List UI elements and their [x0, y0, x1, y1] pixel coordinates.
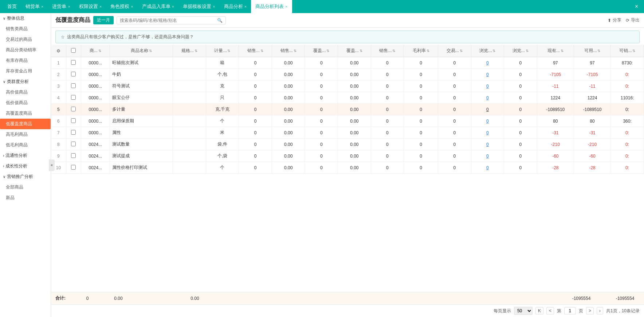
row-browse-a[interactable]: 0	[471, 104, 504, 115]
page-number-input[interactable]	[564, 307, 576, 314]
row-browse-a[interactable]: 0	[471, 69, 504, 80]
nav-close-icon[interactable]: ×	[99, 4, 102, 9]
export-button[interactable]: ⟳ 导出	[626, 17, 640, 23]
row-checkbox[interactable]	[66, 115, 81, 127]
row-gross-rate: 0	[404, 57, 438, 69]
nav-product-analysis-list[interactable]: 商品分析列表 ×	[251, 0, 292, 13]
nav-purchase-order[interactable]: 进货单 ×	[48, 0, 74, 13]
nav-close-icon[interactable]: ×	[131, 4, 133, 9]
row-checkbox[interactable]	[66, 80, 81, 92]
row-browse-a[interactable]: 0	[471, 80, 504, 92]
row-browse-a[interactable]: 0	[471, 127, 504, 139]
row-num: 1	[51, 57, 66, 69]
nav-template-settings[interactable]: 单据模板设置 ×	[178, 0, 219, 13]
nav-sales-order[interactable]: 销货单 ×	[21, 0, 48, 13]
row-checkbox[interactable]	[66, 69, 81, 80]
sidebar-item-all-goods[interactable]: 全部商品	[0, 182, 51, 193]
sidebar-item-in-stock[interactable]: 有库存商品	[0, 55, 51, 66]
sidebar-collapse-toggle[interactable]: «	[49, 159, 55, 171]
sidebar-section-overall[interactable]: ∨ 整体信息	[0, 13, 51, 24]
row-browse-b: 0	[504, 80, 537, 92]
nav-close-icon[interactable]: ×	[68, 4, 70, 9]
row-select-checkbox[interactable]	[71, 118, 76, 123]
nav-home[interactable]: 首页	[3, 0, 21, 13]
row-browse-a[interactable]: 0	[471, 150, 504, 162]
sidebar-item-low-coverage[interactable]: 低覆盖度商品	[0, 119, 51, 129]
row-checkbox[interactable]	[66, 127, 81, 139]
nav-close-icon[interactable]: ×	[172, 4, 174, 9]
share-button[interactable]: ⬆ 分享	[608, 17, 621, 23]
row-browse-a[interactable]: 0	[471, 57, 504, 69]
page-size-select[interactable]: 20 50 100	[514, 307, 533, 315]
row-select-checkbox[interactable]	[71, 165, 76, 170]
row-select-checkbox[interactable]	[71, 142, 76, 146]
row-select-checkbox[interactable]	[71, 95, 76, 100]
sidebar-item-sales-goods[interactable]: 销售类商品	[0, 24, 51, 34]
row-available: -1089510	[574, 104, 611, 115]
search-input[interactable]	[120, 18, 217, 23]
row-browse-a[interactable]: 0	[471, 162, 504, 174]
sidebar-section-liquidity[interactable]: › 流通性分析	[0, 150, 51, 161]
row-checkbox[interactable]	[66, 150, 81, 162]
sidebar-section-cluster[interactable]: ∨ 类群度分析	[0, 76, 51, 87]
nav-close-icon[interactable]: ×	[41, 4, 43, 9]
row-checkbox[interactable]	[66, 139, 81, 150]
sidebar-item-low-margin[interactable]: 低毛利商品	[0, 140, 51, 150]
sidebar-item-new-products[interactable]: 新品	[0, 193, 51, 203]
row-num: 3	[51, 80, 66, 92]
last-page-button[interactable]: ›	[597, 307, 603, 314]
nav-close-icon[interactable]: ×	[244, 4, 247, 9]
row-sales-amt: 0.00	[272, 139, 305, 150]
row-sales-c: 0	[371, 80, 404, 92]
row-code: 0000...	[81, 127, 110, 139]
sidebar-item-high-value[interactable]: 高价值商品	[0, 87, 51, 98]
row-checkbox[interactable]	[66, 162, 81, 174]
row-checkbox[interactable]	[66, 104, 81, 115]
nav-close-icon[interactable]: ×	[285, 4, 287, 9]
sidebar-item-high-coverage[interactable]: 高覆盖度商品	[0, 108, 51, 119]
row-browse-a[interactable]: 0	[471, 115, 504, 127]
row-select-checkbox[interactable]	[71, 153, 76, 158]
row-select-checkbox[interactable]	[71, 72, 76, 76]
row-checkbox[interactable]	[66, 57, 81, 69]
search-icon[interactable]: 🔍	[217, 18, 223, 23]
time-filter-button[interactable]: 近一月	[93, 16, 114, 24]
row-select-checkbox[interactable]	[71, 130, 76, 135]
next-page-button[interactable]: >	[586, 307, 594, 314]
prev-page-button[interactable]: <	[546, 307, 554, 314]
row-num: 8	[51, 139, 66, 150]
row-unit: 个	[206, 115, 239, 127]
table-row: 9 0024... 测试提成 个,袋 0 0.00 0 0.00 0 0 0 0…	[51, 150, 644, 162]
table-row: 1 0000... 旺辅批次测试 箱 0 0.00 0 0.00 0 0 0 0…	[51, 57, 644, 69]
sidebar-item-low-value[interactable]: 低价值商品	[0, 98, 51, 108]
sidebar-section-marketing[interactable]: ∨ 营销推广分析	[0, 171, 51, 182]
row-browse-a[interactable]: 0	[471, 92, 504, 104]
row-browse-b: 0	[504, 139, 537, 150]
sidebar-item-high-margin[interactable]: 高毛利商品	[0, 129, 51, 140]
nav-close-icon[interactable]: ×	[213, 4, 215, 9]
row-select-checkbox[interactable]	[71, 83, 76, 88]
select-all-checkbox[interactable]	[71, 48, 76, 53]
row-current: -210	[537, 139, 574, 150]
window-close-button[interactable]: ×	[632, 3, 641, 10]
nav-permission-settings[interactable]: 权限设置 ×	[75, 0, 106, 13]
sidebar-item-category-rate[interactable]: 商品分类动销率	[0, 45, 51, 55]
sidebar-section-growth[interactable]: › 成长性分析	[0, 161, 51, 171]
row-available: 97	[574, 57, 611, 69]
row-sales-amt: 0.00	[272, 150, 305, 162]
col-checkbox[interactable]	[66, 45, 81, 57]
table-row: 7 0000... 属性 米 0 0.00 0 0.00 0 0 0 0 0 -…	[51, 127, 644, 139]
row-browse-a[interactable]: 0	[471, 139, 504, 150]
row-unit: 个,袋	[206, 150, 239, 162]
nav-product-entry[interactable]: 产成品入库单 ×	[138, 0, 178, 13]
nav-role-auth[interactable]: 角色授权 ×	[106, 0, 137, 13]
first-page-button[interactable]: K	[535, 307, 543, 314]
section-arrow-icon: ›	[3, 164, 4, 168]
sidebar-item-traded-goods[interactable]: 交易过的商品	[0, 34, 51, 45]
row-select-checkbox[interactable]	[71, 107, 76, 111]
row-checkbox[interactable]	[66, 92, 81, 104]
nav-product-analysis[interactable]: 商品分析 ×	[220, 0, 251, 13]
sidebar-item-capital[interactable]: 库存资金占用	[0, 66, 51, 76]
col-settings[interactable]: ⚙	[51, 45, 66, 57]
row-select-checkbox[interactable]	[71, 60, 76, 65]
